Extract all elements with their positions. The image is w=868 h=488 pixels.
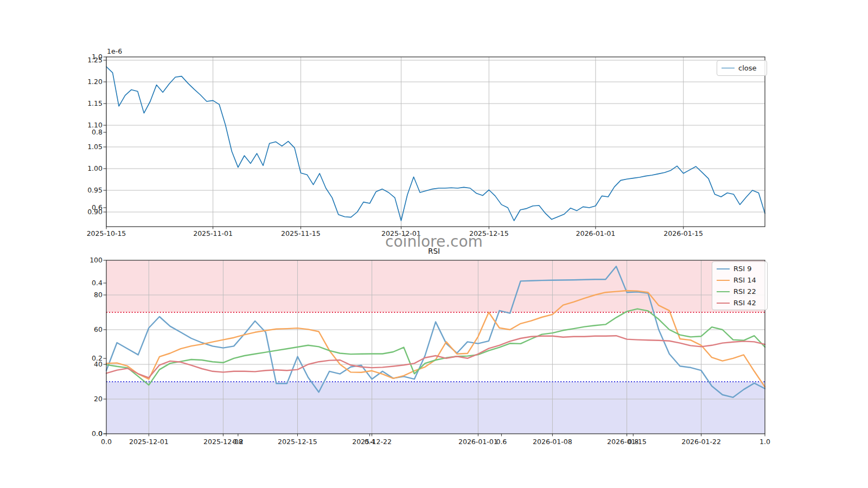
- series-line-rsi-42: [106, 336, 765, 377]
- rsi42-line-sample-icon: [717, 303, 730, 304]
- x-tick-label: 2025-10-15: [76, 229, 136, 238]
- rsi9-line-sample-icon: [717, 268, 730, 269]
- x-tick-label: 2025-12-15: [267, 438, 327, 446]
- y-tick-label: 1.05: [65, 143, 103, 151]
- y-tick-label: 100: [65, 256, 103, 265]
- oversold-band: [106, 382, 765, 434]
- rsi-chart-title: RSI: [380, 247, 488, 255]
- y-tick-label: 60: [65, 325, 103, 334]
- legend-label: close: [738, 64, 756, 72]
- rsi14-line-sample-icon: [717, 280, 730, 281]
- overbought-band: [106, 260, 765, 312]
- y-tick-label: 0.95: [65, 186, 103, 195]
- legend-entry-rsi9: RSI 9: [717, 264, 767, 274]
- legend-label: RSI 9: [733, 265, 752, 273]
- x-tick-label: 2026-01-08: [522, 438, 582, 446]
- x-tick-label: 2026-01-15: [654, 229, 713, 238]
- legend-label: RSI 14: [733, 276, 756, 284]
- y-axis-offset-label: 1e-6: [107, 47, 122, 56]
- legend-label: RSI 22: [733, 287, 756, 296]
- overlay-y-tick-label: 0.0: [65, 429, 103, 438]
- legend-entry-rsi22: RSI 22: [717, 286, 767, 297]
- overlay-x-tick-label: 0.4: [340, 438, 400, 446]
- overlay-x-tick-label: 0.6: [471, 438, 531, 446]
- y-tick-label: 80: [65, 291, 103, 299]
- rsi-legend: RSI 9 RSI 14 RSI 22 RSI 42: [712, 261, 768, 310]
- rsi22-line-sample-icon: [717, 291, 730, 292]
- overlay-y-tick-label: 0.8: [65, 128, 103, 137]
- overlay-x-tick-label: 1.0: [735, 438, 795, 446]
- legend-label: RSI 42: [733, 299, 756, 307]
- y-tick-label: 1.00: [65, 164, 103, 173]
- price-legend: close: [717, 60, 767, 76]
- y-tick-label: 20: [65, 395, 103, 403]
- overlay-x-tick-label: 0.8: [603, 438, 663, 446]
- x-tick-label: 2025-11-15: [271, 229, 330, 238]
- figure-canvas: 1e-6 2025-10-152025-11-012025-11-152025-…: [0, 0, 868, 488]
- overlay-y-tick-label: 1.0: [65, 53, 103, 61]
- y-tick-label: 1.20: [65, 78, 103, 86]
- close-line-sample-icon: [722, 68, 735, 68]
- x-tick-label: 2026-01-22: [672, 438, 731, 446]
- legend-entry-rsi14: RSI 14: [717, 275, 767, 286]
- x-tick-label: 2025-11-01: [183, 229, 243, 238]
- legend-entry-rsi42: RSI 42: [717, 298, 767, 309]
- overlay-y-tick-label: 0.2: [65, 354, 103, 363]
- overlay-x-tick-label: 0.0: [76, 438, 136, 446]
- series-line-close: [106, 67, 765, 221]
- legend-entry-close: close: [722, 63, 767, 74]
- overlay-y-tick-label: 0.4: [65, 279, 103, 287]
- x-tick-label: 2026-01-01: [566, 229, 626, 238]
- y-tick-label: 1.15: [65, 99, 103, 108]
- overlay-x-tick-label: 0.2: [208, 438, 268, 446]
- overlay-y-tick-label: 0.6: [65, 203, 103, 212]
